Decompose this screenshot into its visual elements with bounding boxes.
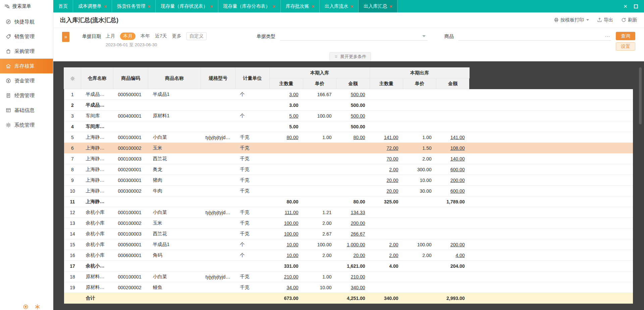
sidebar-item-inventory[interactable]: 库存核算 [0, 59, 53, 73]
table-row[interactable]: 8 上海静安仓 000200001 奥龙 千克 2.00 300.00 600.… [64, 164, 633, 175]
drilldown-link[interactable]: 210.00 [351, 274, 365, 280]
product-input[interactable]: … [459, 32, 611, 41]
table-row[interactable]: 14 余杭小库 000100003 西兰花 千克 100.00 2.67 266… [64, 229, 633, 239]
table-row[interactable]: 13 余杭小库 000100002 玉米 千克 100.00 2.00 200.… [64, 218, 633, 229]
drilldown-link[interactable]: 2.00 [389, 167, 398, 172]
table-row[interactable]: 10 上海静安仓 000300002 牛肉 千克 20.00 30.00 600… [64, 186, 633, 196]
collapse-filter-button[interactable]: » [62, 32, 69, 42]
col-header-product-code[interactable]: 商品编码 [113, 68, 148, 89]
sidebar-item-base-info[interactable]: 基础信息 [0, 103, 53, 118]
sidebar-item-business[interactable]: 经营管理 [0, 88, 53, 103]
col-header-out-price[interactable]: 单价 [403, 78, 436, 89]
drilldown-link[interactable]: 10.00 [286, 242, 298, 247]
table-row[interactable]: 合计 673.00 4,251.00 340.00 2,993.00 [64, 293, 633, 304]
tab-close-icon[interactable]: × [389, 4, 392, 9]
drilldown-link[interactable]: 600.00 [450, 188, 465, 194]
drilldown-link[interactable]: 5.00 [289, 113, 298, 119]
tab-stock-status[interactable]: 现存量（库存状况表） × [156, 0, 218, 12]
drilldown-link[interactable]: 100.00 [284, 221, 299, 226]
drilldown-link[interactable]: 200.00 [450, 178, 465, 183]
sidebar-item-purchase[interactable]: 采购管理 [0, 44, 53, 59]
product-picker-button[interactable]: … [605, 32, 610, 38]
drilldown-link[interactable]: 2.00 [389, 253, 398, 258]
floating-dot-circle-icon[interactable] [23, 304, 29, 310]
drilldown-link[interactable]: 111.00 [285, 210, 299, 215]
drilldown-link[interactable]: 1,000.00 [347, 242, 365, 247]
table-row[interactable]: 7 上海静安仓 000100003 西兰花 千克 70.00 2.00 140.… [64, 153, 633, 164]
table-row[interactable]: 6 上海静安仓 000100002 玉米 千克 72.00 1.50 108.0… [64, 143, 633, 153]
table-row[interactable]: 3 车间库 000400001 原材料1 个 5.00 100.00 500.0… [64, 111, 633, 121]
col-header-product-name[interactable]: 商品名称 [148, 68, 201, 89]
export-button[interactable]: 导出 [597, 17, 613, 23]
tab-stock-distribution[interactable]: 现存量（库存分布表） × [218, 0, 281, 12]
drilldown-link[interactable]: 600.00 [450, 167, 465, 172]
tab-close-icon[interactable]: × [273, 4, 275, 9]
tab-close-icon[interactable]: × [148, 4, 150, 9]
expand-more-button[interactable]: 展开更多条件 [329, 52, 371, 61]
search-button[interactable]: 查询 [616, 32, 635, 40]
date-range-value[interactable]: 2023-06-01 至 2023-06-30 [106, 42, 207, 48]
tab-home[interactable]: 首页 [53, 0, 73, 12]
drilldown-link[interactable]: 500.00 [351, 113, 365, 119]
table-row[interactable]: 4 车间库【小... 5.00 500.00 [64, 121, 633, 132]
drilldown-link[interactable]: 134.33 [351, 210, 365, 215]
doc-type-select[interactable] [280, 32, 428, 41]
sidebar-item-system[interactable]: 系统管理 [0, 118, 53, 132]
drilldown-link[interactable]: 3.00 [289, 92, 298, 97]
table-row[interactable]: 19 原材料仓库 000200002 鳗鱼 千克 34.00 10.00 340… [64, 282, 633, 293]
col-header-out-qty[interactable]: 主数量 [370, 78, 403, 89]
sidebar-search-menu[interactable]: 搜索菜单 [0, 0, 53, 12]
drilldown-link[interactable]: 340.00 [351, 285, 365, 290]
date-option-本月[interactable]: 本月 [120, 33, 136, 40]
drilldown-link[interactable]: 108.00 [450, 145, 465, 151]
settings-button[interactable]: 设置 [616, 42, 635, 51]
drilldown-link[interactable]: 100.00 [284, 231, 299, 237]
close-window-icon[interactable]: × [624, 3, 627, 9]
tab-inout-flow[interactable]: 出入库流水 × [320, 0, 359, 12]
drilldown-link[interactable]: 266.67 [351, 231, 365, 237]
table-row[interactable]: 15 余杭小库 000500001 半成品1 个 10.00 100.00 1,… [64, 239, 633, 250]
date-option-更多[interactable]: 更多 [172, 33, 181, 39]
print-template-button[interactable]: 按模板打印 [554, 17, 589, 23]
col-header-in-price[interactable]: 单价 [303, 78, 336, 89]
table-row[interactable]: 16 余杭小库 000600001 角码 个 10.00 2.00 20.00 … [64, 250, 633, 261]
table-row[interactable]: 11 上海静安仓... 80.00 80.00 325.00 1,789.00 [64, 196, 633, 207]
table-row[interactable]: 12 余杭小库 000100001 小白菜 tyjyjtyjtyjdf... 千… [64, 207, 633, 218]
drilldown-link[interactable]: 141.00 [384, 135, 398, 140]
drilldown-link[interactable]: 34.00 [286, 285, 298, 290]
table-row[interactable]: 9 上海静安仓 000300001 猪肉 千克 20.00 10.00 200.… [64, 175, 633, 186]
col-header-warehouse[interactable]: 仓库名称 [81, 68, 113, 89]
sidebar-item-quick-nav[interactable]: 快捷导航 [0, 14, 53, 29]
tab-inventory-batch[interactable]: 库存批次账 × [281, 0, 320, 12]
tab-picking-task[interactable]: 拣货任务管理 × [112, 0, 156, 12]
drilldown-link[interactable]: 210.00 [284, 274, 299, 280]
table-row[interactable]: 18 原材料仓库 000100001 小白菜 tyjyjtyjtyjdf... … [64, 271, 633, 282]
maximize-icon[interactable] [634, 4, 638, 8]
drilldown-link[interactable]: 500.00 [351, 92, 365, 97]
drilldown-link[interactable]: 10.00 [286, 253, 298, 258]
refresh-button[interactable]: 刷新 [621, 17, 637, 23]
date-option-近7天[interactable]: 近7天 [155, 33, 167, 39]
drilldown-link[interactable]: 70.00 [386, 156, 398, 162]
tab-close-icon[interactable]: × [210, 4, 213, 9]
col-header-unit[interactable]: 计量单位 [235, 68, 270, 89]
date-option-上月[interactable]: 上月 [106, 33, 115, 39]
col-header-in-amount[interactable]: 金额 [336, 78, 370, 89]
drilldown-link[interactable]: 80.00 [353, 135, 365, 140]
table-row[interactable]: 2 半成品仓库... 3.00 500.00 [64, 100, 633, 111]
drilldown-link[interactable]: 2.00 [389, 242, 398, 247]
tab-close-icon[interactable]: × [104, 4, 107, 9]
drilldown-link[interactable]: 20.00 [353, 253, 365, 258]
drilldown-link[interactable]: 200.00 [450, 242, 465, 247]
sidebar-item-sales[interactable]: 销售管理 [0, 29, 53, 44]
tab-close-icon[interactable]: × [351, 4, 353, 9]
vertical-scrollbar[interactable] [639, 67, 642, 299]
date-option-本年[interactable]: 本年 [141, 33, 150, 39]
column-settings-header[interactable] [64, 68, 81, 89]
floating-asterisk-icon[interactable] [35, 304, 40, 310]
drilldown-link[interactable]: 4.00 [455, 253, 465, 258]
tab-cost-adjustment[interactable]: 成本调整单 × [73, 0, 112, 12]
drilldown-link[interactable]: 140.00 [450, 156, 465, 162]
table-row[interactable]: 5 上海静安仓 000100001 小白菜 tyjyjtyjtyjdf... 千… [64, 132, 633, 143]
drilldown-link[interactable]: 20.00 [386, 178, 398, 183]
